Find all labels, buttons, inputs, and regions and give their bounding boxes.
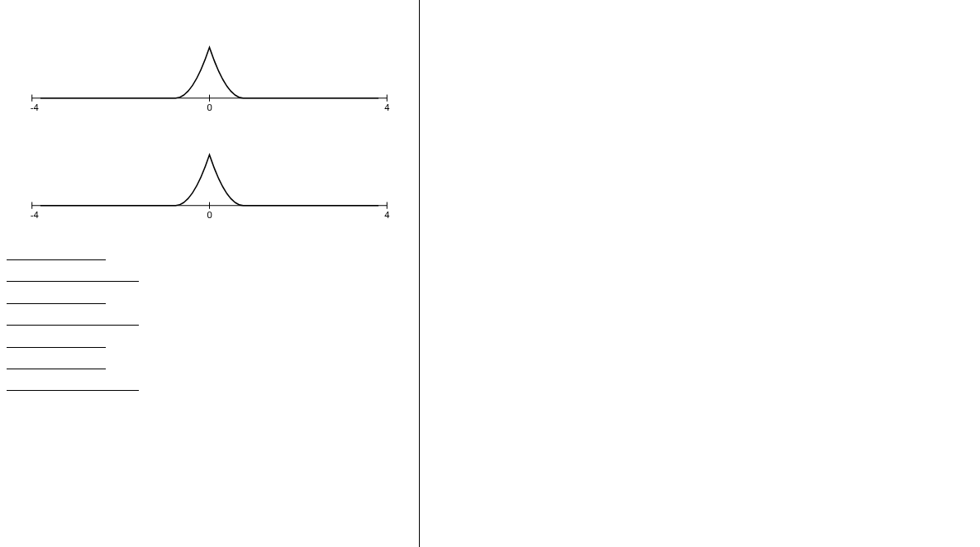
left-document-panel: -4 0 4 -4 0 4 [0, 0, 420, 547]
bell-curve-1: -4 0 4 [7, 23, 412, 122]
axis-left-1: -4 [31, 102, 39, 112]
curve-2: -4 0 4 [7, 131, 412, 230]
axis-right-1: 4 [384, 102, 389, 112]
formula-ref-label [420, 0, 980, 17]
axis-right-2: 4 [384, 210, 389, 220]
axis-mid-1: 0 [207, 102, 212, 112]
curve-1: -4 0 4 [7, 23, 412, 122]
conclusions-text [7, 246, 412, 399]
axis-left-2: -4 [31, 210, 39, 220]
right-spreadsheet-panel [420, 0, 980, 547]
axis-mid-2: 0 [207, 210, 212, 220]
bell-curve-2: -4 0 4 [7, 131, 412, 230]
